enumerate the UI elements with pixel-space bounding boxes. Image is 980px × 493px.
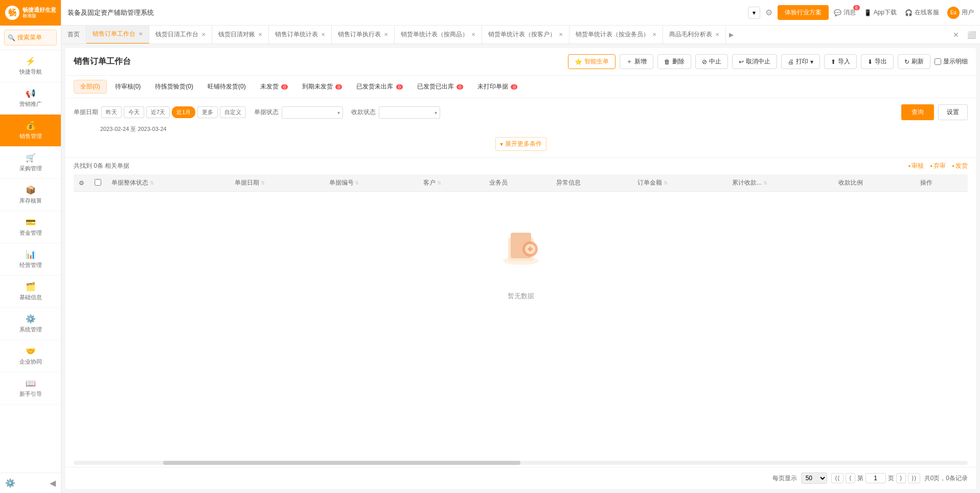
filter-tab-not-shipped[interactable]: 未发货 0 bbox=[254, 80, 294, 93]
page-size-select[interactable]: 20 50 100 bbox=[801, 473, 827, 484]
date-btn-today[interactable]: 今天 bbox=[124, 106, 144, 118]
filter-tab-not-printed[interactable]: 未打印单据 0 bbox=[471, 80, 523, 93]
message-button[interactable]: 💬 消息 6 bbox=[834, 8, 856, 17]
page-next-button[interactable]: ⟩ bbox=[896, 473, 906, 483]
filter-tab-pending-review[interactable]: 待审核(0) bbox=[109, 80, 147, 93]
tab-close-icon[interactable]: ✕ bbox=[715, 32, 719, 37]
quicknav-icon: ⚡ bbox=[26, 56, 36, 66]
sidebar-item-finance[interactable]: 💳 资金管理 bbox=[0, 211, 61, 243]
sidebar-item-guide[interactable]: 📖 新手引导 bbox=[0, 372, 61, 405]
topbar-gear-icon[interactable]: ⚙ bbox=[765, 8, 772, 17]
show-detail-checkbox[interactable] bbox=[935, 58, 941, 65]
sidebar-item-cooperation[interactable]: 🤝 企业协同 bbox=[0, 340, 61, 372]
stop-button[interactable]: ⊘ 中止 bbox=[695, 54, 728, 69]
tab-close-icon[interactable]: ✕ bbox=[471, 32, 475, 37]
search-menu-button[interactable]: 🔍 搜索菜单 bbox=[4, 30, 57, 46]
sidebar-item-inventory[interactable]: 📦 库存核算 bbox=[0, 179, 61, 211]
sidebar-item-operations[interactable]: 📊 经营管理 bbox=[0, 243, 61, 276]
status-select-wrapper[interactable] bbox=[282, 106, 343, 119]
sidebar-item-sales[interactable]: 💰 销售管理 bbox=[0, 115, 61, 147]
tab-sales-stat-customer[interactable]: 销货单统计表（按客户） ✕ bbox=[482, 26, 569, 44]
date-btn-custom[interactable]: 自定义 bbox=[220, 106, 246, 118]
date-btn-1month[interactable]: 近1月 bbox=[172, 106, 195, 118]
search-button[interactable]: 查询 bbox=[901, 104, 934, 120]
tab-sales-execute[interactable]: 销售订单执行表 ✕ bbox=[332, 26, 395, 44]
sidebar-search[interactable]: 🔍 搜索菜单 bbox=[0, 26, 61, 50]
page-input[interactable] bbox=[865, 473, 886, 483]
tab-close-icon[interactable]: ✕ bbox=[384, 32, 388, 37]
export-button[interactable]: ⬇ 导出 bbox=[861, 54, 894, 69]
cancel-stop-button[interactable]: ↩ 取消中止 bbox=[732, 54, 777, 69]
sidebar-collapse-button[interactable]: ◀ bbox=[50, 478, 56, 488]
tab-product-margin[interactable]: 商品毛利分析表 ✕ bbox=[663, 26, 726, 44]
status-select[interactable] bbox=[282, 106, 343, 119]
show-detail-label[interactable]: 显示明细 bbox=[935, 57, 968, 66]
sidebar-item-quicknav[interactable]: ⚡ 快捷导航 bbox=[0, 50, 61, 82]
tab-home[interactable]: 首页 bbox=[61, 26, 86, 44]
cancel-audit-action[interactable]: 弃审 bbox=[930, 162, 946, 170]
tab-close-icon[interactable]: ✕ bbox=[321, 32, 325, 37]
page-first-button[interactable]: ⟨⟨ bbox=[831, 473, 844, 483]
horizontal-scrollbar[interactable] bbox=[74, 461, 968, 465]
refresh-button[interactable]: ↻ 刷新 bbox=[898, 54, 930, 69]
th-amount[interactable]: 订单金额 bbox=[632, 174, 727, 192]
filter-tab-expired[interactable]: 到期未发货 0 bbox=[296, 80, 348, 93]
tab-close-icon[interactable]: ✕ bbox=[559, 32, 563, 37]
sidebar-item-marketing[interactable]: 📢 营销推广 bbox=[0, 82, 61, 115]
th-status[interactable]: 单据整体状态 bbox=[106, 174, 230, 192]
tab-sales-stat-staff[interactable]: 销货单统计表（按业务员） ✕ bbox=[569, 26, 663, 44]
date-btn-yesterday[interactable]: 昨天 bbox=[101, 106, 122, 118]
tab-close-icon[interactable]: ✕ bbox=[652, 32, 656, 37]
filter-tab-pending-inspect[interactable]: 待拣货验货(0) bbox=[149, 80, 199, 93]
filter-tab-wangpu[interactable]: 旺铺待发货(0) bbox=[201, 80, 252, 93]
set-button[interactable]: 设置 bbox=[938, 104, 968, 120]
tabs-scroll-right[interactable]: ▶ bbox=[726, 31, 737, 38]
online-service-button[interactable]: 🎧 在线客服 bbox=[905, 8, 939, 17]
sidebar-item-baseinfo[interactable]: 🗂️ 基础信息 bbox=[0, 276, 61, 308]
page-prev-button[interactable]: ⟨ bbox=[846, 473, 855, 483]
payment-select-wrapper[interactable] bbox=[379, 106, 440, 119]
th-checkbox[interactable] bbox=[89, 174, 106, 192]
page-last-button[interactable]: ⟩⟩ bbox=[908, 473, 920, 483]
user-menu[interactable]: Ea 用户 bbox=[947, 7, 974, 19]
tab-cash-daily[interactable]: 钱货日清工作台 ✕ bbox=[149, 26, 212, 44]
date-btn-7days[interactable]: 近7天 bbox=[146, 106, 170, 118]
sales-icon: 💰 bbox=[26, 121, 36, 130]
tab-close-icon[interactable]: ✕ bbox=[139, 31, 143, 37]
import-button[interactable]: ⬆ 导入 bbox=[824, 54, 857, 69]
th-settings[interactable]: ⚙ bbox=[74, 174, 89, 192]
delete-button[interactable]: 🗑 删除 bbox=[657, 54, 691, 69]
tab-close-all[interactable]: ✕ bbox=[949, 31, 963, 39]
scroll-thumb[interactable] bbox=[163, 461, 521, 465]
tab-maximize[interactable]: ⬜ bbox=[963, 31, 980, 39]
industry-btn[interactable]: 体验行业方案 bbox=[778, 5, 829, 20]
smart-create-button[interactable]: ⭐ 智能生单 bbox=[568, 54, 616, 69]
tab-sales-workbench[interactable]: 销售订单工作台 ✕ bbox=[86, 26, 149, 44]
sidebar-item-purchase[interactable]: 🛒 采购管理 bbox=[0, 147, 61, 179]
system-dropdown[interactable]: ▾ bbox=[748, 7, 760, 19]
tab-close-icon[interactable]: ✕ bbox=[201, 32, 206, 37]
tab-cash-reconcile[interactable]: 钱货日清对账 ✕ bbox=[212, 26, 269, 44]
select-all-checkbox[interactable] bbox=[95, 179, 101, 186]
th-date[interactable]: 单据日期 bbox=[230, 174, 324, 192]
expand-icon: ▾ bbox=[500, 141, 503, 148]
payment-select[interactable] bbox=[379, 106, 440, 119]
app-download-button[interactable]: 📱 App下载 bbox=[864, 8, 897, 17]
filter-tab-shipped-not-out[interactable]: 已发货未出库 0 bbox=[350, 80, 408, 93]
date-btn-more[interactable]: 更多 bbox=[197, 106, 218, 118]
tab-close-icon[interactable]: ✕ bbox=[258, 32, 262, 37]
filter-tab-all[interactable]: 全部(0) bbox=[74, 80, 107, 94]
audit-action[interactable]: 审核 bbox=[908, 162, 924, 170]
tab-sales-stat-product[interactable]: 销货单统计表（按商品） ✕ bbox=[395, 26, 482, 44]
expand-button[interactable]: ▾ 展开更多条件 bbox=[495, 137, 546, 151]
filter-tab-shipped-out[interactable]: 已发货已出库 0 bbox=[411, 80, 469, 93]
tab-sales-stat[interactable]: 销售订单统计表 ✕ bbox=[269, 26, 332, 44]
sidebar-item-system[interactable]: ⚙️ 系统管理 bbox=[0, 308, 61, 340]
th-customer[interactable]: 客户 bbox=[418, 174, 484, 192]
sidebar-settings-button[interactable]: ⚙️ bbox=[5, 478, 15, 488]
th-collected[interactable]: 累计收款... bbox=[727, 174, 833, 192]
print-button[interactable]: 🖨 打印 ▾ bbox=[781, 54, 820, 69]
th-number[interactable]: 单据编号 bbox=[324, 174, 419, 192]
ship-action[interactable]: 发货 bbox=[952, 162, 968, 170]
new-button[interactable]: ＋ 新增 bbox=[620, 54, 653, 69]
